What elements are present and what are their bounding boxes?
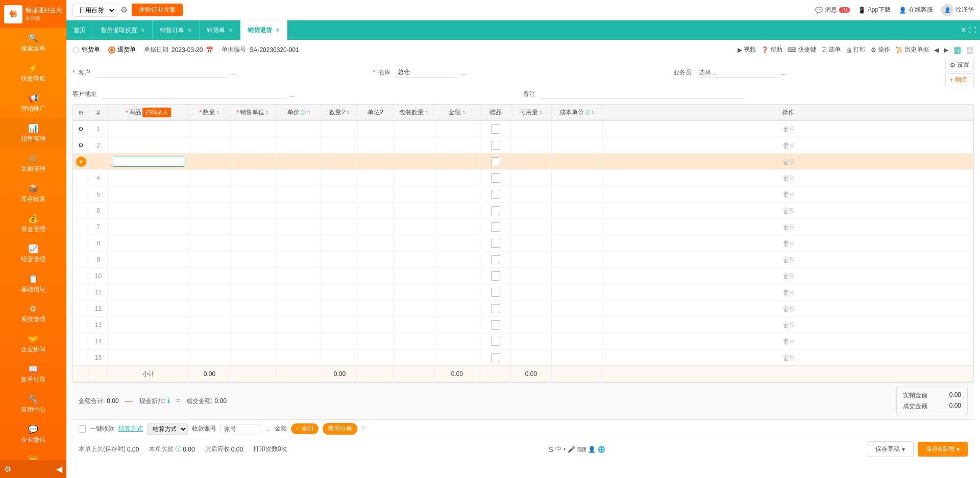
td-gift-4[interactable] [480, 170, 511, 186]
copy-icon-8[interactable]: ⎘ [790, 239, 794, 247]
gift-checkbox-8[interactable] [491, 239, 500, 248]
td-unit-1[interactable] [230, 121, 276, 137]
td-unit-9[interactable] [230, 252, 276, 267]
td-price-10[interactable] [276, 268, 322, 284]
gift-checkbox-9[interactable] [491, 255, 500, 264]
delete-icon-7[interactable]: 🗑 [782, 223, 790, 231]
td-amount-10[interactable] [434, 268, 480, 284]
copy-icon-6[interactable]: ⎘ [790, 207, 794, 215]
th-pkgqty-sort[interactable]: ⇅ [425, 110, 429, 115]
sidebar-item-inventory[interactable]: 📦 库存核算 [0, 179, 66, 209]
td-unit-11[interactable] [230, 285, 276, 300]
gift-checkbox-13[interactable] [491, 320, 500, 330]
td-unit-14[interactable] [230, 334, 276, 349]
tab-sales-bill-close[interactable]: ✕ [228, 27, 233, 34]
td-unit-6[interactable] [230, 203, 276, 218]
copy-icon-13[interactable]: ⎘ [790, 321, 794, 329]
save-draft-btn[interactable]: 保存草稿 ▾ [867, 441, 914, 457]
td-pkgqty-13[interactable] [394, 317, 434, 333]
sidebar-item-shortcut[interactable]: ⚡ 快捷导航 [0, 58, 66, 88]
delete-icon-1[interactable]: 🗑 [782, 125, 790, 133]
gift-checkbox-15[interactable] [491, 353, 500, 362]
radio-return[interactable]: 退货单 [108, 45, 136, 54]
td-amount-6[interactable] [434, 203, 480, 218]
td-amount-5[interactable] [434, 187, 480, 202]
td-qty-9[interactable] [189, 252, 230, 267]
gift-checkbox-3[interactable] [491, 157, 500, 166]
copy-icon-7[interactable]: ⎘ [790, 223, 794, 231]
user-item[interactable]: 👤 徐泽华 [941, 4, 974, 16]
history-btn[interactable]: 📜 历史单据 [895, 45, 929, 54]
td-unit-4[interactable] [230, 170, 276, 186]
td-amount-14[interactable] [434, 334, 480, 349]
td-unit2-12[interactable] [358, 301, 394, 316]
td-cost-3[interactable] [552, 154, 603, 169]
td-unit-7[interactable] [230, 219, 276, 235]
td-avail-7[interactable] [511, 219, 552, 235]
td-product-13[interactable] [108, 317, 189, 333]
td-qty2-7[interactable] [322, 219, 358, 235]
td-price-13[interactable] [276, 317, 322, 333]
td-gift-9[interactable] [480, 252, 511, 267]
td-pkgqty-9[interactable] [394, 252, 434, 267]
td-pkgqty-7[interactable] [394, 219, 434, 235]
td-avail-13[interactable] [511, 317, 552, 333]
td-settings-5[interactable] [73, 187, 89, 202]
sidebar-item-member[interactable]: 👑 畅会员 [0, 449, 66, 460]
online-service-item[interactable]: 👤 在线客服 [899, 6, 933, 14]
td-unit2-10[interactable] [358, 268, 394, 284]
td-price-2[interactable] [276, 138, 322, 153]
delete-icon-6[interactable]: 🗑 [782, 207, 790, 215]
td-amount-11[interactable] [434, 285, 480, 300]
delete-icon-11[interactable]: 🗑 [782, 288, 790, 296]
td-unit-3[interactable] [230, 154, 276, 169]
delete-icon-4[interactable]: 🗑 [782, 174, 790, 182]
td-cost-5[interactable] [552, 187, 603, 202]
print-btn[interactable]: 🖨 打印 [846, 45, 866, 54]
delete-icon-3[interactable]: 🗑 [782, 158, 790, 166]
td-product-7[interactable] [108, 219, 189, 235]
td-avail-1[interactable] [511, 121, 552, 137]
shortcut-btn[interactable]: ⌨ 快捷键 [788, 45, 816, 54]
td-qty2-4[interactable] [322, 170, 358, 186]
td-qty2-1[interactable] [322, 121, 358, 137]
split-help-icon[interactable]: ? [361, 425, 365, 433]
td-avail-4[interactable] [511, 170, 552, 186]
td-pkgqty-1[interactable] [394, 121, 434, 137]
td-gift-8[interactable] [480, 236, 511, 251]
sidebar-item-cooperation[interactable]: 🤝 企业协同 [0, 329, 66, 359]
td-settings-7[interactable] [73, 219, 89, 235]
td-avail-10[interactable] [511, 268, 552, 284]
sidebar-item-basic[interactable]: 📋 基础信息 [0, 269, 66, 299]
td-gift-10[interactable] [480, 268, 511, 284]
radio-shipper[interactable]: 销货单 [72, 45, 100, 54]
tab-close-icon[interactable]: ✕ [961, 26, 967, 34]
delete-icon-9[interactable]: 🗑 [782, 256, 790, 264]
td-gift-14[interactable] [480, 334, 511, 349]
td-qty-8[interactable] [189, 236, 230, 251]
copy-icon-15[interactable]: ⎘ [790, 354, 794, 362]
copy-icon-12[interactable]: ⎘ [790, 305, 794, 313]
td-amount-15[interactable] [434, 350, 480, 365]
sidebar-item-purchase[interactable]: 🛒 采购管理 [0, 148, 66, 179]
td-unit2-11[interactable] [358, 285, 394, 300]
gift-checkbox-5[interactable] [491, 190, 500, 199]
date-value[interactable]: 2023-03-20 [172, 46, 203, 54]
td-cost-8[interactable] [552, 236, 603, 251]
td-product-14[interactable] [108, 334, 189, 349]
td-unit2-9[interactable] [358, 252, 394, 267]
td-avail-9[interactable] [511, 252, 552, 267]
td-qty-5[interactable] [189, 187, 230, 202]
td-qty2-13[interactable] [322, 317, 358, 333]
gift-checkbox-2[interactable] [491, 141, 500, 150]
td-settings-14[interactable] [73, 334, 89, 349]
product-input-3[interactable] [113, 157, 184, 167]
td-avail-3[interactable] [511, 154, 552, 169]
td-avail-6[interactable] [511, 203, 552, 218]
td-amount-9[interactable] [434, 252, 480, 267]
td-settings-12[interactable] [73, 301, 89, 316]
td-settings-10[interactable] [73, 268, 89, 284]
delete-icon-8[interactable]: 🗑 [782, 239, 790, 247]
tab-sales-return-close[interactable]: ✕ [275, 27, 280, 34]
th-price-sort[interactable]: ⇅ [307, 110, 311, 115]
